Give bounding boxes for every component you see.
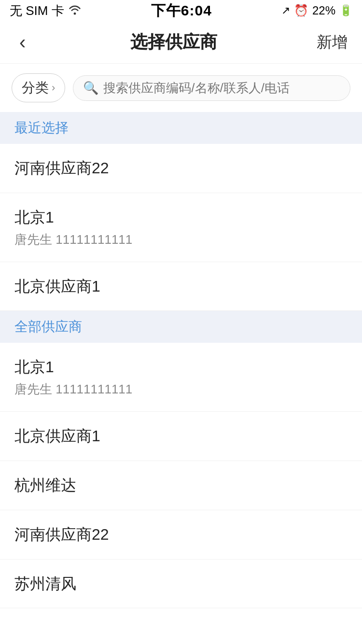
list-item[interactable]: 北京供应商1 (0, 412, 362, 461)
category-label: 分类 (22, 79, 49, 97)
recent-items-list: 河南供应商22北京1唐先生 11111111111北京供应商1 (0, 144, 362, 311)
back-button[interactable]: ‹ (14, 27, 30, 58)
search-box[interactable]: 🔍 (73, 75, 350, 101)
all-section-header: 全部供应商 (0, 311, 362, 343)
list-item[interactable]: 北京1唐先生 11111111111 (0, 343, 362, 412)
list-item[interactable]: 河南供应商22 (0, 144, 362, 193)
filter-bar: 分类 › 🔍 (0, 64, 362, 112)
wifi-icon (68, 3, 82, 18)
item-name: 北京1 (14, 356, 348, 378)
list-item[interactable]: 杭州维达 (0, 461, 362, 510)
item-name: 北京供应商1 (14, 425, 348, 447)
item-sub: 唐先生 11111111111 (14, 381, 348, 398)
item-name: 北京1 (14, 207, 348, 228)
list-item[interactable]: 河南供应商22 (0, 510, 362, 560)
add-button[interactable]: 新增 (317, 32, 348, 53)
carrier-text: 无 SIM 卡 (10, 2, 64, 19)
item-name: 河南供应商22 (14, 157, 348, 179)
nav-bar: ‹ 选择供应商 新增 (0, 21, 362, 64)
status-bar: 无 SIM 卡 下午6:04 ↗ ⏰ 22% 🔋 (0, 0, 362, 21)
list-item[interactable]: 苏州清风 (0, 560, 362, 609)
item-name: 苏州清风 (14, 573, 348, 595)
item-sub: 唐先生 11111111111 (14, 231, 348, 248)
item-name: 杭州维达 (14, 475, 348, 496)
search-input[interactable] (103, 81, 340, 96)
status-time: 下午6:04 (151, 1, 212, 21)
all-section-label: 全部供应商 (14, 319, 82, 334)
recent-section-header: 最近选择 (0, 112, 362, 144)
status-left: 无 SIM 卡 (10, 2, 82, 19)
page-title: 选择供应商 (130, 30, 217, 54)
chevron-right-icon: › (52, 82, 55, 94)
list-item[interactable]: 北京1唐先生 11111111111 (0, 193, 362, 262)
list-item[interactable]: 北京供应商1 (0, 262, 362, 311)
search-icon: 🔍 (83, 81, 98, 96)
item-name: 北京供应商1 (14, 276, 348, 297)
category-button[interactable]: 分类 › (12, 73, 65, 102)
alarm-icon: ⏰ (294, 4, 308, 17)
item-name: 河南供应商22 (14, 524, 348, 546)
all-items-list: 北京1唐先生 11111111111北京供应商1杭州维达河南供应商22苏州清风 (0, 343, 362, 608)
location-icon: ↗ (281, 4, 290, 17)
recent-section-label: 最近选择 (14, 120, 69, 135)
status-right: ↗ ⏰ 22% 🔋 (281, 4, 352, 17)
battery-icon: 🔋 (339, 4, 352, 17)
battery-text: 22% (312, 4, 335, 17)
